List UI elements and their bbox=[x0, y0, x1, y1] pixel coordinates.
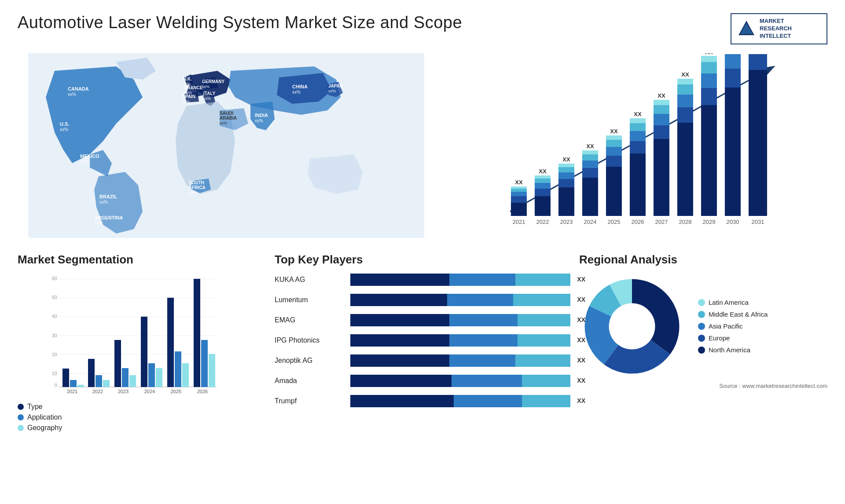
svg-rect-37 bbox=[511, 203, 527, 216]
player-bar-ipg: XX bbox=[350, 334, 570, 347]
svg-text:2022: 2022 bbox=[92, 389, 103, 394]
svg-rect-63 bbox=[606, 147, 622, 156]
svg-text:2028: 2028 bbox=[679, 219, 692, 225]
svg-rect-41 bbox=[511, 186, 527, 189]
svg-text:40: 40 bbox=[52, 314, 57, 319]
svg-text:2021: 2021 bbox=[67, 389, 77, 394]
svg-rect-92 bbox=[725, 69, 741, 88]
svg-rect-70 bbox=[630, 123, 646, 131]
svg-rect-76 bbox=[654, 105, 669, 114]
svg-text:2024: 2024 bbox=[144, 389, 155, 394]
svg-text:SPAIN: SPAIN bbox=[182, 94, 195, 99]
page-header: Automotive Laser Welding System Market S… bbox=[18, 13, 827, 44]
svg-text:U.S.: U.S. bbox=[60, 121, 69, 127]
svg-rect-40 bbox=[511, 189, 527, 192]
svg-text:20: 20 bbox=[52, 352, 57, 357]
legend-type: Type bbox=[18, 403, 266, 411]
svg-rect-61 bbox=[606, 167, 622, 216]
svg-rect-133 bbox=[129, 375, 136, 387]
segmentation-panel: Market Segmentation 60 50 40 30 20 10 0 … bbox=[18, 253, 266, 432]
player-row-trumpf: Trumpf XX bbox=[275, 395, 570, 407]
player-row-kuka: KUKA AG XX bbox=[275, 274, 570, 286]
svg-text:MEXICO: MEXICO bbox=[80, 153, 99, 159]
svg-rect-75 bbox=[654, 114, 669, 125]
svg-rect-56 bbox=[582, 168, 598, 178]
svg-rect-64 bbox=[606, 140, 622, 147]
svg-rect-91 bbox=[725, 88, 741, 216]
svg-rect-57 bbox=[582, 161, 598, 168]
growth-chart-container: XX XX XX XX bbox=[448, 53, 827, 240]
svg-text:2026: 2026 bbox=[632, 219, 644, 225]
svg-rect-67 bbox=[630, 153, 646, 216]
svg-text:XX: XX bbox=[658, 92, 665, 99]
type-dot bbox=[18, 404, 24, 410]
player-name-trumpf: Trumpf bbox=[275, 397, 345, 405]
asia-pacific-label: Asia Pacific bbox=[709, 322, 743, 330]
svg-text:xx%: xx% bbox=[292, 90, 301, 95]
svg-rect-38 bbox=[511, 196, 527, 203]
regional-panel: Regional Analysis bbox=[579, 253, 827, 432]
svg-text:2026: 2026 bbox=[197, 389, 208, 394]
svg-rect-81 bbox=[677, 95, 693, 107]
svg-rect-88 bbox=[701, 62, 717, 73]
player-bar-lumentum: XX bbox=[350, 294, 570, 306]
asia-pacific-dot bbox=[698, 323, 705, 330]
logo: MARKET RESEARCH INTELLECT bbox=[731, 13, 827, 44]
svg-text:50: 50 bbox=[52, 295, 57, 300]
legend-application: Application bbox=[18, 413, 266, 421]
svg-text:GERMANY: GERMANY bbox=[202, 79, 224, 84]
svg-rect-89 bbox=[701, 56, 717, 62]
svg-rect-145 bbox=[209, 354, 215, 387]
north-america-dot bbox=[698, 347, 705, 354]
reg-legend-middle-east: Middle East & Africa bbox=[698, 310, 768, 318]
players-title: Top Key Players bbox=[275, 253, 570, 267]
svg-rect-141 bbox=[182, 363, 189, 387]
player-bar-jenoptik: XX bbox=[350, 354, 570, 367]
legend-geography: Geography bbox=[18, 424, 266, 432]
svg-text:xx%: xx% bbox=[99, 200, 108, 205]
svg-text:2025: 2025 bbox=[608, 219, 621, 225]
svg-rect-139 bbox=[167, 298, 174, 387]
player-name-ipg: IPG Photonics bbox=[275, 336, 345, 344]
svg-rect-128 bbox=[96, 375, 102, 387]
svg-rect-53 bbox=[558, 164, 574, 167]
svg-rect-87 bbox=[701, 73, 717, 88]
svg-text:XX: XX bbox=[610, 128, 618, 135]
svg-rect-136 bbox=[148, 363, 155, 387]
latin-america-dot bbox=[698, 299, 705, 306]
svg-rect-86 bbox=[701, 88, 717, 105]
player-xx-lumentum: XX bbox=[577, 296, 585, 303]
player-row-emag: EMAG XX bbox=[275, 314, 570, 326]
svg-text:xx%: xx% bbox=[202, 84, 209, 89]
svg-rect-131 bbox=[114, 340, 121, 387]
svg-text:XX: XX bbox=[729, 53, 737, 55]
player-name-amada: Amada bbox=[275, 377, 345, 385]
svg-rect-50 bbox=[558, 179, 574, 187]
reg-legend-asia-pacific: Asia Pacific bbox=[698, 322, 768, 330]
svg-rect-45 bbox=[535, 183, 551, 189]
north-america-label: North America bbox=[709, 346, 750, 354]
svg-text:2025: 2025 bbox=[171, 389, 181, 394]
svg-text:xx%: xx% bbox=[255, 118, 263, 123]
svg-rect-137 bbox=[156, 368, 162, 387]
player-row-jenoptik: Jenoptik AG XX bbox=[275, 354, 570, 367]
reg-legend-north-america: North America bbox=[698, 346, 768, 354]
svg-text:xx%: xx% bbox=[60, 127, 68, 132]
player-xx-jenoptik: XX bbox=[577, 357, 585, 364]
player-xx-emag: XX bbox=[577, 316, 585, 323]
svg-text:INDIA: INDIA bbox=[255, 113, 268, 118]
svg-text:xx%: xx% bbox=[94, 221, 103, 226]
svg-text:0: 0 bbox=[55, 383, 57, 388]
svg-rect-123 bbox=[62, 369, 69, 387]
svg-rect-135 bbox=[141, 317, 147, 387]
svg-rect-65 bbox=[606, 135, 622, 140]
svg-rect-144 bbox=[201, 340, 208, 387]
svg-text:2031: 2031 bbox=[752, 219, 764, 225]
reg-legend-europe: Europe bbox=[698, 334, 768, 342]
svg-text:SOUTH: SOUTH bbox=[189, 180, 204, 185]
svg-rect-43 bbox=[535, 196, 551, 216]
svg-text:xx%: xx% bbox=[182, 99, 190, 104]
growth-chart-svg: XX XX XX XX bbox=[448, 53, 827, 238]
svg-text:BRAZIL: BRAZIL bbox=[99, 194, 118, 199]
player-name-emag: EMAG bbox=[275, 316, 345, 324]
